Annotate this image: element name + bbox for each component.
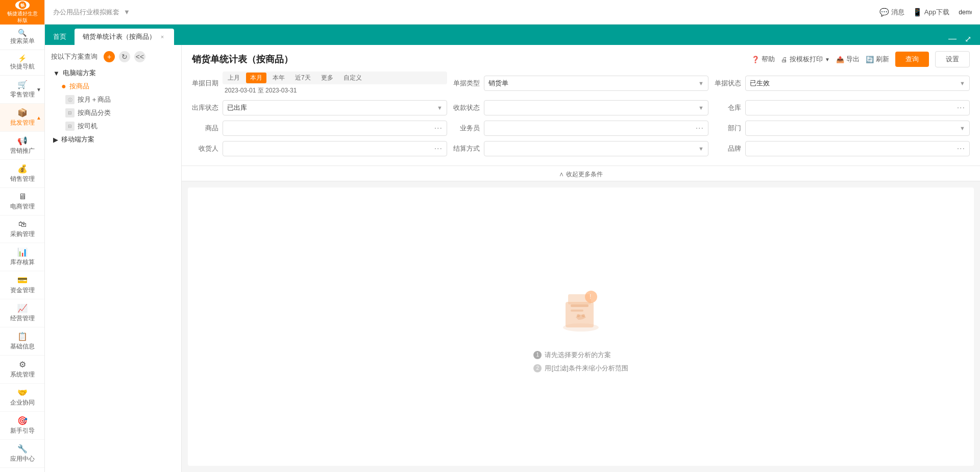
active-dot-icon: ● (61, 82, 66, 91)
filter-brand: 品牌 ··· (715, 141, 970, 156)
date-tab-7days[interactable]: 近7天 (291, 73, 315, 83)
tree-group-mobile[interactable]: ▶ 移动端方案 (45, 133, 181, 146)
date-tabs: 上月 本月 本年 近7天 更多 自定义 (223, 72, 447, 84)
category-icon: ⊟ (65, 108, 75, 117)
help-label: 帮助 (762, 55, 775, 64)
help-btn[interactable]: ❓ 帮助 (751, 55, 775, 64)
sidebar-item-system[interactable]: ⚙ 系统管理 (0, 356, 44, 384)
goods-input[interactable]: ··· (223, 121, 447, 136)
sidebar-item-retail[interactable]: 🛒 零售管理 ▼ (0, 76, 44, 104)
message-btn[interactable]: 💬 消息 (879, 8, 904, 17)
tab-close-btn[interactable]: × (159, 33, 166, 40)
page-title-row: 销货单统计表（按商品） ❓ 帮助 🖨 按模板打印 ▼ 📤 (192, 51, 970, 72)
page-title: 销货单统计表（按商品） (192, 53, 293, 65)
filter-area: 单据日期 上月 本月 本年 近7天 更多 自定义 20 (192, 72, 970, 166)
tree-child-by-month-goods[interactable]: ㊂ 按月＋商品 (45, 93, 181, 106)
minimize-btn[interactable]: — (946, 33, 959, 45)
guide-icon: 🎯 (17, 416, 28, 426)
date-tab-this-year[interactable]: 本年 (268, 73, 289, 83)
collapse-bar[interactable]: ∧ 收起更多条件 (182, 166, 980, 181)
tree-child-by-goods[interactable]: ● 按商品 (45, 80, 181, 93)
date-tab-this-month[interactable]: 本月 (246, 73, 266, 83)
query-btn[interactable]: 查询 (895, 52, 929, 67)
sidebar-item-finance[interactable]: 💳 资金管理 (0, 271, 44, 299)
receiver-input[interactable]: ··· (223, 141, 447, 156)
search-menu[interactable]: 🔍 搜索菜单 (0, 25, 44, 50)
tab-active[interactable]: 销货单统计表（按商品） × (75, 29, 174, 45)
department-input[interactable]: ▼ (745, 121, 970, 136)
receiver-dots: ··· (434, 144, 443, 153)
payment-label: 结算方式 (453, 144, 480, 153)
date-tab-last-month[interactable]: 上月 (224, 73, 244, 83)
sidebar-item-ecommerce[interactable]: 🖥 电商管理 (0, 188, 44, 216)
tab-home[interactable]: 首页 (45, 29, 75, 45)
out-status-chevron: ▼ (437, 105, 443, 111)
tree-child-by-driver[interactable]: ⊟ 按司机 (45, 120, 181, 133)
staff-input[interactable]: ··· (484, 121, 708, 136)
doc-status-label: 单据状态 (715, 79, 741, 88)
topbar-right: 💬 消息 📱 App下载 E demo2 (879, 5, 972, 19)
brand-input[interactable]: ··· (745, 141, 970, 156)
settings-btn[interactable]: 设置 (935, 51, 970, 67)
export-btn[interactable]: 📤 导出 (836, 55, 860, 64)
svg-point-10 (582, 314, 585, 317)
svg-rect-5 (571, 304, 589, 307)
tree-group-mobile-label: 移动端方案 (61, 135, 94, 144)
filter-goods: 商品 ··· (192, 121, 447, 136)
print-icon: 🖨 (781, 56, 788, 63)
system-icon: ⚙ (19, 360, 26, 369)
sidebar-item-wechat[interactable]: 💬 企业微信 (0, 468, 44, 472)
sidebar-item-appstore[interactable]: 🔧 应用中心 (0, 440, 44, 468)
app-download-btn[interactable]: 📱 App下载 (913, 8, 949, 17)
out-status-input[interactable]: 已出库 ▼ (223, 100, 447, 115)
filter-row-3: 商品 ··· 业务员 ··· (192, 121, 970, 136)
sidebar-item-finance-label: 资金管理 (10, 286, 35, 295)
filter-row-1: 单据日期 上月 本月 本年 近7天 更多 自定义 20 (192, 72, 970, 95)
left-panel: 按以下方案查询 + ↻ << ▼ 电脑端方案 ● 按商品 ㊂ 按月＋商品 ⊟ 按… (45, 45, 182, 472)
sidebar-item-basic[interactable]: 📋 基础信息 (0, 327, 44, 356)
collect-status-input[interactable]: ▼ (484, 100, 708, 115)
month-goods-icon: ㊂ (65, 95, 75, 104)
sidebar-item-guide[interactable]: 🎯 新手引导 (0, 412, 44, 440)
sidebar-item-sales[interactable]: 💰 销售管理 (0, 160, 44, 188)
filter-doc-status: 单据状态 已生效 ▼ (715, 72, 970, 95)
receiver-label: 收货人 (192, 144, 218, 153)
sidebar-item-inventory[interactable]: 📊 库存核算 (0, 243, 44, 271)
maximize-btn[interactable]: ⤢ (962, 33, 974, 45)
basic-icon: 📋 (17, 332, 28, 341)
refresh-plan-btn[interactable]: ↻ (119, 51, 130, 62)
date-tab-more[interactable]: 更多 (317, 73, 337, 83)
doc-type-input[interactable]: 销货单 ▼ (484, 76, 708, 91)
doc-status-input[interactable]: 已生效 ▼ (745, 76, 970, 91)
message-label: 消息 (891, 8, 904, 17)
quick-nav[interactable]: ⚡ 快捷导航 (0, 50, 44, 76)
svg-rect-6 (571, 310, 583, 312)
doc-type-label: 单据类型 (453, 79, 480, 88)
refresh-btn[interactable]: 🔄 刷新 (866, 55, 889, 64)
filter-out-status: 出库状态 已出库 ▼ (192, 100, 447, 115)
payment-input[interactable]: ▼ (484, 141, 708, 156)
tree-child-by-category[interactable]: ⊟ 按商品分类 (45, 106, 181, 120)
add-plan-btn[interactable]: + (104, 51, 115, 62)
sidebar-item-operation[interactable]: 📈 经营管理 (0, 299, 44, 327)
collapse-panel-btn[interactable]: << (134, 51, 145, 62)
tab-active-label: 销货单统计表（按商品） (83, 32, 156, 41)
department-chevron: ▼ (960, 125, 965, 131)
date-range-value: 2023-03-01 至 2023-03-31 (225, 86, 447, 95)
user-avatar[interactable]: E demo2 (958, 5, 972, 19)
doc-status-chevron: ▼ (960, 80, 965, 86)
date-tab-custom[interactable]: 自定义 (339, 73, 366, 83)
sidebar-item-enterprise[interactable]: 🤝 企业协同 (0, 384, 44, 412)
sidebar-item-wholesale[interactable]: 📦 批发管理 ▲ (0, 104, 44, 132)
date-label: 单据日期 (192, 79, 218, 88)
print-btn[interactable]: 🖨 按模板打印 ▼ (781, 55, 830, 64)
industry-dropdown-icon[interactable]: ▼ (124, 8, 130, 16)
sidebar-item-marketing[interactable]: 📢 营销推广 (0, 132, 44, 160)
warehouse-dots: ··· (957, 103, 965, 112)
tree-group-desktop[interactable]: ▼ 电脑端方案 (45, 66, 181, 80)
doc-type-value: 销货单 (488, 79, 508, 88)
sidebar-item-purchase[interactable]: 🛍 采购管理 (0, 216, 44, 243)
warehouse-input[interactable]: ··· (745, 100, 970, 115)
empty-tips: 1 请先选择要分析的方案 2 用[过滤]条件来缩小分析范围 (533, 348, 628, 375)
marketing-icon: 📢 (17, 136, 28, 146)
